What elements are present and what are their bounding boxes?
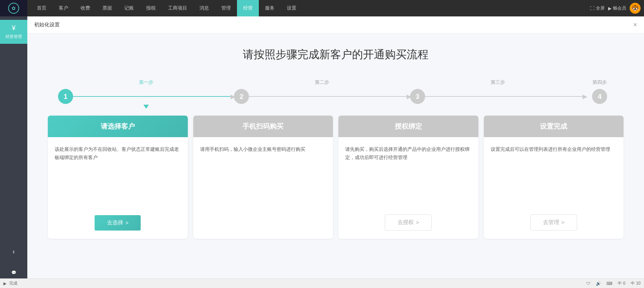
go-select-button[interactable]: 去选择 > [95,215,141,231]
vip-label: 畅会员 [613,5,626,11]
card-2-body: 请用手机扫码，输入小微企业主账号密码进行购买 [193,137,333,231]
keyboard-icon: ⌨ [606,281,612,286]
sidebar-download[interactable]: ⬇ [0,244,27,261]
nav-right: ⛶ 全屏 ▶ 畅会员 🐯 [590,3,644,14]
main-content: 初始化设置 × 请按照步骤完成新客户的开通购买流程 第一步 1 ▶ 第二步 2 [27,16,644,288]
content-area: 请按照步骤完成新客户的开通购买流程 第一步 1 ▶ 第二步 2 ▶ [27,34,644,288]
fullscreen-button[interactable]: ⛶ 全屏 [590,5,605,11]
nav-service[interactable]: 服务 [259,0,281,16]
go-authorize-button[interactable]: 去授权 > [385,214,432,231]
go-manage-label: 去管理 [543,219,559,226]
status-bar: ▶ 完成 🛡 🔊 ⌨ 中 0 中 10 [0,278,644,288]
step-4-label: 第四步 [592,79,607,86]
card-step-2: 手机扫码购买 请用手机扫码，输入小微企业主账号密码进行购买 [193,116,333,239]
step-3-circle: 3 [410,89,425,104]
go-manage-button[interactable]: 去管理 > [530,214,577,231]
step-3-label: 第三步 [491,79,505,86]
fullscreen-label: 全屏 [596,5,605,11]
card-step-4: 设置完成 设置完成后可以在管理列表进行所有企业用户的经营管理 去管理 > [484,116,624,239]
card-3-header: 授权绑定 [338,116,478,137]
logo-area: ✿ [0,0,27,16]
sidebar-item-operation[interactable]: ¥ 经营管理 [0,20,27,44]
nav-fee[interactable]: 收费 [74,0,96,16]
step-2-indicator: 第二步 2 ▶ [234,79,410,104]
status-right: 🛡 🔊 ⌨ 中 0 中 10 [586,280,641,286]
card-4-header: 设置完成 [484,116,624,137]
card-3-footer: 去授权 > [338,214,478,239]
close-button[interactable]: × [633,21,637,29]
go-select-arrow: > [125,220,128,226]
step-3-indicator: 第三步 3 ▶ [410,79,586,104]
support-icon: 💬 [11,270,16,275]
top-navigation: ✿ 首页 客户 收费 票据 记账 报税 工商项目 消息 管理 经营 服务 设置 … [0,0,644,16]
step-3-line [425,96,584,97]
step-1-label: 第一步 [139,79,153,86]
nav-business[interactable]: 工商项目 [162,0,193,16]
nav-settings[interactable]: 设置 [281,0,303,16]
go-authorize-label: 去授权 [397,219,414,226]
nav-manage[interactable]: 管理 [215,0,237,16]
card-2-footer [193,231,333,239]
go-authorize-arrow: > [416,220,419,226]
step-1-line [73,96,232,97]
step-4-circle: 4 [592,89,607,104]
nav-bill[interactable]: 票据 [96,0,118,16]
step-4-indicator: 第四步 4 [586,79,613,104]
nav-tax[interactable]: 报税 [140,0,162,16]
nav-message[interactable]: 消息 [193,0,215,16]
card-1-footer: 去选择 > [48,215,188,239]
nav-items: 首页 客户 收费 票据 记账 报税 工商项目 消息 管理 经营 服务 设置 [27,0,590,16]
nav-account[interactable]: 记账 [118,0,140,16]
card-1-header: 请选择客户 [48,116,188,137]
step-1-pointer [143,105,149,109]
nav-home[interactable]: 首页 [31,0,53,16]
sidebar-label: 经营管理 [5,34,22,40]
page-header: 初始化设置 × [27,16,644,34]
step-1-indicator: 第一步 1 ▶ [58,79,234,109]
main-title: 请按照步骤完成新客户的开通购买流程 [48,47,624,62]
card-4-body: 设置完成后可以在管理列表进行所有企业用户的经营管理 [484,137,624,214]
clock-status: 中 10 [631,280,641,286]
step-2-line [249,96,408,97]
fullscreen-icon: ⛶ [590,6,594,11]
play-icon[interactable]: ▶ [3,281,6,286]
volume-icon: 🔊 [596,281,601,286]
card-3-body: 请先购买，购买后选择开通的产品中的企业用户进行授权绑定，成功后即可进行经营管理 [338,137,478,214]
operation-icon: ¥ [12,24,15,32]
step-2-label: 第二步 [315,79,329,86]
cards-row: 请选择客户 该处展示的客户为不在回收站、客户状态正常建账后完成老板端绑定的所有客… [48,116,624,239]
steps-indicator: 第一步 1 ▶ 第二步 2 ▶ 第三步 [48,79,624,109]
nav-operation[interactable]: 经营 [237,0,259,16]
status-text: 完成 [9,280,17,286]
go-select-label: 去选择 [107,219,123,226]
download-icon: ⬇ [12,250,15,254]
page-title: 初始化设置 [34,22,60,28]
sidebar: ¥ 经营管理 ⬇ 💬 [0,16,27,288]
go-manage-arrow: > [561,220,564,226]
nav-customer[interactable]: 客户 [53,0,74,16]
step-1-circle: 1 [58,89,73,104]
user-avatar[interactable]: 🐯 [630,3,641,14]
shield-icon: 🛡 [586,281,590,286]
logo-icon: ✿ [8,3,19,14]
step-2-circle: 2 [234,89,249,104]
card-2-header: 手机扫码购买 [193,116,333,137]
ime-status: 中 0 [618,280,625,286]
card-step-1: 请选择客户 该处展示的客户为不在回收站、客户状态正常建账后完成老板端绑定的所有客… [48,116,188,239]
vip-button[interactable]: ▶ 畅会员 [608,5,626,11]
card-4-footer: 去管理 > [484,214,624,239]
card-step-3: 授权绑定 请先购买，购买后选择开通的产品中的企业用户进行授权绑定，成功后即可进行… [338,116,478,239]
vip-icon: ▶ [608,6,612,11]
card-1-body: 该处展示的客户为不在回收站、客户状态正常建账后完成老板端绑定的所有客户 [48,137,188,215]
